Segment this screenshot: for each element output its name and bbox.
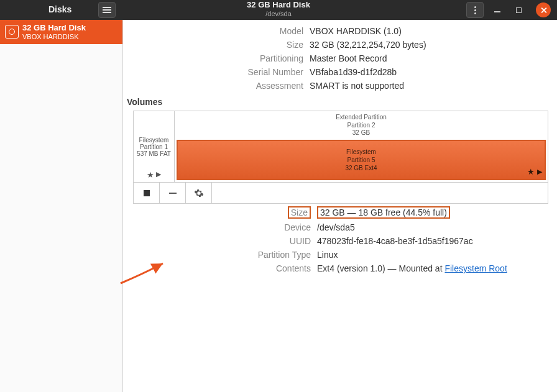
star-icon[interactable]: ★: [527, 167, 535, 178]
partition-2[interactable]: Extended Partition Partition 2 32 GB: [175, 111, 548, 140]
app-menu-button[interactable]: [98, 2, 116, 18]
body-area: 32 GB Hard Disk VBOX HARDDISK Model VBOX…: [0, 20, 557, 392]
value-size: 32 GB (32,212,254,720 bytes): [310, 40, 548, 50]
window-title: 32 GB Hard Disk: [247, 1, 310, 10]
close-button[interactable]: [536, 2, 551, 17]
volumes-heading: Volumes: [127, 97, 548, 107]
p2-line1: Extended Partition: [175, 114, 548, 122]
p1-icons: ★ ▶: [147, 170, 161, 180]
disk-info-grid: Model VBOX HARDDISK (1.0) Size 32 GB (32…: [123, 26, 548, 91]
stop-icon: [144, 190, 150, 196]
volume-detail-grid: Size 32 GB — 18 GB free (44.5% full) Dev…: [123, 206, 548, 273]
p5-line1: Filesystem: [346, 148, 376, 156]
value-ptype: Linux: [317, 250, 548, 260]
gear-icon: [194, 188, 204, 198]
label-size: Size: [123, 40, 310, 50]
label-vol-size: Size: [123, 206, 317, 219]
value-assessment: SMART is not supported: [310, 81, 548, 91]
titlebar: Disks 32 GB Hard Disk /dev/sda: [0, 0, 557, 20]
window-subtitle: /dev/sda: [247, 10, 310, 18]
filesystem-root-link[interactable]: Filesystem Root: [444, 263, 507, 273]
label-ptype: Partition Type: [123, 250, 317, 260]
hamburger-icon: [103, 7, 111, 13]
value-vol-size: 32 GB — 18 GB free (44.5% full): [317, 206, 548, 219]
main-panel: Model VBOX HARDDISK (1.0) Size 32 GB (32…: [123, 20, 557, 392]
drive-menu-button[interactable]: [466, 2, 484, 18]
value-model: VBOX HARDDISK (1.0): [310, 26, 548, 36]
extended-partition-group: Extended Partition Partition 2 32 GB Fil…: [175, 111, 548, 182]
value-device: /dev/sda5: [317, 222, 548, 232]
label-serial: Serial Number: [123, 67, 310, 77]
p5-icons: ★ ▶: [527, 167, 542, 178]
label-assessment: Assessment: [123, 81, 310, 91]
window-title-group: 32 GB Hard Disk /dev/sda: [247, 1, 310, 18]
sidebar-disk-labels: 32 GB Hard Disk VBOX HARDDISK: [22, 24, 86, 40]
maximize-button[interactable]: [511, 2, 526, 17]
minimize-icon: [494, 11, 500, 12]
maximize-icon: [516, 7, 522, 13]
volume-actions-bar: [133, 183, 548, 204]
partition-5-selected[interactable]: Filesystem Partition 5 32 GB Ext4 ★ ▶: [177, 140, 546, 181]
label-partitioning: Partitioning: [123, 53, 310, 63]
label-contents: Contents: [123, 263, 317, 273]
sidebar-disk-item[interactable]: 32 GB Hard Disk VBOX HARDDISK: [0, 20, 122, 44]
play-icon[interactable]: ▶: [156, 170, 161, 180]
label-device: Device: [123, 222, 317, 232]
p1-line2: Partition 1: [140, 144, 168, 150]
size-highlight-value: 32 GB — 18 GB free (44.5% full): [317, 206, 450, 219]
p5-line3: 32 GB Ext4: [345, 164, 377, 172]
p2-line3: 32 GB: [175, 129, 548, 137]
delete-partition-button[interactable]: [160, 183, 186, 203]
volume-options-button[interactable]: [186, 183, 212, 203]
sidebar: 32 GB Hard Disk VBOX HARDDISK: [0, 20, 123, 392]
harddisk-icon: [5, 25, 19, 39]
star-icon[interactable]: ★: [147, 170, 154, 180]
sidebar-disk-name: 32 GB Hard Disk: [22, 24, 86, 33]
p2-line2: Partition 2: [175, 122, 548, 130]
value-serial: VBfaba1d39-d1f2d28b: [310, 67, 548, 77]
p5-line2: Partition 5: [347, 156, 375, 164]
value-partitioning: Master Boot Record: [310, 53, 548, 63]
p1-line3: 537 MB FAT: [137, 150, 171, 157]
value-contents: Ext4 (version 1.0) — Mounted at Filesyst…: [317, 263, 548, 273]
unmount-button[interactable]: [134, 183, 160, 203]
value-uuid: 478023fd-fe18-4ca8-be3f-1d5a5f1967ac: [317, 236, 548, 246]
minus-icon: [169, 193, 177, 194]
close-icon: [540, 7, 547, 14]
label-model: Model: [123, 26, 310, 36]
app-window: Disks 32 GB Hard Disk /dev/sda 32 GB Har…: [0, 0, 557, 392]
label-uuid: UUID: [123, 236, 317, 246]
sidebar-disk-sub: VBOX HARDDISK: [22, 33, 86, 40]
p1-line1: Filesystem: [139, 137, 169, 144]
size-highlight-label: Size: [288, 206, 311, 219]
kebab-icon: [474, 6, 476, 14]
contents-text: Ext4 (version 1.0) — Mounted at: [317, 263, 444, 273]
app-name: Disks: [48, 4, 71, 14]
volumes-diagram: Filesystem Partition 1 537 MB FAT ★ ▶ Ex…: [133, 111, 548, 183]
play-icon[interactable]: ▶: [537, 167, 542, 178]
partition-1[interactable]: Filesystem Partition 1 537 MB FAT ★ ▶: [134, 111, 175, 182]
minimize-button[interactable]: [490, 2, 505, 17]
